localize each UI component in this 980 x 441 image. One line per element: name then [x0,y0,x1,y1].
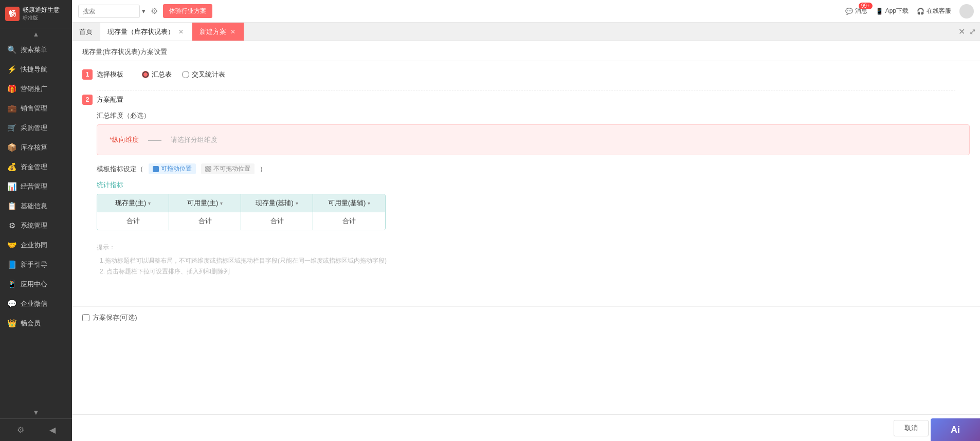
col-header-label-3: 可用量(基辅) [328,198,366,208]
indicator-setting-label: 模板指标设定（ [97,164,143,174]
search-dropdown-btn[interactable]: ▾ [142,7,146,15]
cancel-button[interactable]: 取消 [894,420,929,436]
col-header-1[interactable]: 可用量(主) ▾ [169,194,241,212]
sidebar-item-label: 企业微信 [21,299,47,308]
tab-expand-icon[interactable]: ⤢ [969,27,976,36]
chevron-icon-3: ▾ [368,200,370,206]
sidebar-item-label: 畅会员 [21,319,41,328]
step2-title: 方案配置 [97,95,123,104]
new-guide-icon: 📘 [7,260,16,269]
online-service-item[interactable]: 🎧 在线客服 [917,7,951,15]
settings-icon[interactable]: ⚙ [15,423,26,437]
dimension-field-label: *纵向维度 [110,135,139,144]
sidebar-scroll-down[interactable]: ▼ [0,407,72,418]
sidebar-item-label: 经营管理 [21,182,47,191]
tab-new-plan-label: 新建方案 [199,27,226,36]
ai-float-button[interactable]: Ai [931,418,980,441]
sidebar-item-label: 营销推广 [21,84,47,94]
col-summary-2: 合计 [270,216,284,226]
chevron-icon-1: ▾ [220,200,223,206]
app-download-item[interactable]: 📱 App下载 [876,7,909,15]
app-center-icon: 📱 [7,280,16,289]
tab-new-plan[interactable]: 新建方案 ✕ [192,23,244,41]
sidebar-item-enterprise[interactable]: 🤝 企业协同 [0,235,72,255]
tabs-actions: ✕ ⤢ [958,27,980,36]
step1-num: 1 [82,69,93,80]
inventory-icon: 📦 [7,143,16,152]
col-cell-1: 合计 [169,212,241,230]
topbar-gear-icon[interactable]: ⚙ [151,6,158,16]
non-draggable-badge: 不可拖动位置 [201,163,255,174]
sidebar-item-label: 快捷导航 [21,65,47,74]
sidebar-item-new-guide[interactable]: 📘 新手引导 [0,255,72,274]
sidebar-item-label: 搜索菜单 [21,45,47,54]
radio-cross-input[interactable] [182,71,189,78]
radio-cross[interactable]: 交叉统计表 [182,70,225,79]
sidebar-item-sales[interactable]: 💼 销售管理 [0,99,72,118]
col-cell-3: 合计 [313,212,385,230]
col-header-2[interactable]: 现存量(基辅) ▾ [241,194,313,212]
col-header-0[interactable]: 现存量(主) ▾ [97,194,169,212]
col-summary-3: 合计 [342,216,356,226]
step2-num: 2 [82,95,93,105]
dimension-placeholder: 请选择分组维度 [171,135,217,144]
sidebar-item-label: 企业协同 [21,241,47,250]
sidebar-item-basic-info[interactable]: 📋 基础信息 [0,196,72,216]
basic-info-icon: 📋 [7,201,16,211]
sidebar-logo: 畅 畅康通好生意 标准版 [0,0,72,28]
radio-summary-input[interactable] [142,71,149,78]
sidebar-item-inventory[interactable]: 📦 库存核算 [0,138,72,157]
draggable-badge: 可拖动位置 [149,163,196,174]
sidebar: 畅 畅康通好生意 标准版 ▲ 🔍 搜索菜单 ⚡ 快捷导航 🎁 营销推广 💼 销售… [0,0,72,441]
sidebar-item-quick-nav[interactable]: ⚡ 快捷导航 [0,60,72,79]
radio-summary-label: 汇总表 [152,70,172,79]
tab-inventory-label: 现存量（库存状况表） [107,27,174,36]
radio-summary[interactable]: 汇总表 [142,70,172,79]
topbar-right: 💬 消息 99+ 📱 App下载 🎧 在线客服 [845,4,974,19]
app-download-label: App下载 [885,7,909,15]
purchase-icon: 🛒 [7,123,16,133]
sidebar-scroll-up[interactable]: ▲ [0,28,72,40]
tab-home[interactable]: 首页 [72,23,100,41]
tabs-bar: 首页 现存量（库存状况表） ✕ 新建方案 ✕ ✕ ⤢ [72,23,980,41]
indicator-setting-suffix: ） [260,164,266,174]
user-avatar[interactable] [959,4,974,19]
trial-btn[interactable]: 体验行业方案 [163,4,212,18]
step1-section: 1 选择模板 汇总表 交叉统计表 [82,69,970,80]
scheme-setup: 1 选择模板 汇总表 交叉统计表 [72,61,980,296]
sidebar-item-system[interactable]: ⚙ 系统管理 [0,216,72,235]
tab-home-label: 首页 [79,27,93,36]
radio-cross-label: 交叉统计表 [192,70,225,79]
sidebar-item-operations[interactable]: 📊 经营管理 [0,177,72,196]
stats-title: 统计指标 [97,180,970,190]
tab-new-plan-close-icon[interactable]: ✕ [229,28,237,35]
messages-item[interactable]: 💬 消息 99+ [845,7,867,15]
dimension-area: *纵向维度 —— 请选择分组维度 [97,124,970,155]
sidebar-footer: ⚙ ◀ [0,418,72,441]
collapse-icon[interactable]: ◀ [47,423,58,437]
message-icon: 💬 [845,8,853,15]
sidebar-item-label: 系统管理 [21,221,47,230]
content-area: 现存量(库存状况表)方案设置 1 选择模板 汇总表 交叉统计表 [72,41,980,414]
search-icon: 🔍 [7,45,16,54]
search-input[interactable] [78,5,140,18]
col-header-3[interactable]: 可用量(基辅) ▾ [313,194,385,212]
tab-inventory-close-icon[interactable]: ✕ [177,28,185,35]
tab-close-all-icon[interactable]: ✕ [958,27,965,36]
dimension-section-label: 汇总维度（必选） [97,111,970,120]
stats-table-header: 现存量(主) ▾ 可用量(主) ▾ 现存量(基辅) ▾ [97,194,385,212]
sidebar-item-enterprise-wechat[interactable]: 💬 企业微信 [0,294,72,314]
sidebar-item-member[interactable]: 👑 畅会员 [0,314,72,333]
sidebar-item-marketing[interactable]: 🎁 营销推广 [0,79,72,99]
sidebar-item-purchase[interactable]: 🛒 采购管理 [0,118,72,138]
tab-inventory-status[interactable]: 现存量（库存状况表） ✕ [100,23,192,41]
sidebar-item-app-center[interactable]: 📱 应用中心 [0,274,72,294]
save-checkbox[interactable] [82,314,89,321]
step2-section: 2 方案配置 汇总维度（必选） *纵向维度 —— 请选择分组维度 模板指标设定（… [82,95,970,278]
sidebar-item-finance[interactable]: 💰 资金管理 [0,157,72,177]
sidebar-item-search[interactable]: 🔍 搜索菜单 [0,40,72,60]
bottom-bar: 取消 查询 [72,414,980,441]
sidebar-item-label: 采购管理 [21,123,47,133]
sales-icon: 💼 [7,104,16,113]
search-area: ▾ [78,5,146,18]
